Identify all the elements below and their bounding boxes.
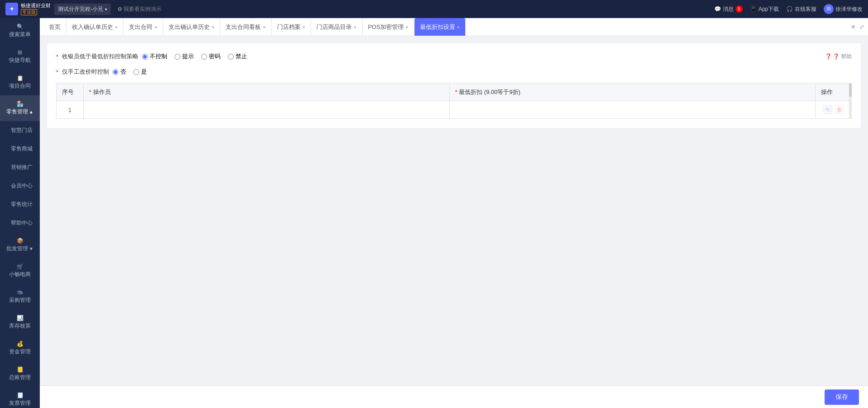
radio-yes-label: 是 xyxy=(141,68,147,76)
radio-disable[interactable]: 禁止 xyxy=(228,52,247,61)
tab-income-confirm[interactable]: 收入确认单历史 × xyxy=(66,18,123,36)
radio-hint[interactable]: 提示 xyxy=(175,52,194,61)
online-service-item[interactable]: 🎧 在线客服 xyxy=(786,5,816,13)
radio-yes-input[interactable] xyxy=(133,69,139,75)
messages-item[interactable]: 💬 消息 9 xyxy=(714,5,743,13)
settings-form-card: * 收银员低于最低折扣控制策略 不控制 提示 密码 xyxy=(47,43,861,128)
sidebar-item-quick-nav[interactable]: ⊞ 快捷导航 xyxy=(0,44,40,70)
user-profile-item[interactable]: 用 徐泽华修改 xyxy=(824,4,863,14)
radio-password-input[interactable] xyxy=(201,54,207,60)
finance-icon: 💰 xyxy=(17,341,24,347)
main-layout: 🔍 搜索菜单 ⊞ 快捷导航 📋 项目合同 🏪 零售管理 ▲ 智慧门店 零售商城 … xyxy=(0,18,868,408)
radio-no-control[interactable]: 不控制 xyxy=(142,52,167,61)
radio-password[interactable]: 密码 xyxy=(201,52,221,61)
tab-income-confirm-close[interactable]: × xyxy=(115,24,118,30)
radio-no-control-input[interactable] xyxy=(142,54,148,60)
tab-expand-icon[interactable]: ⤢ xyxy=(859,23,864,30)
radio-no[interactable]: 否 xyxy=(113,68,126,76)
sidebar-item-marketing[interactable]: 营销推广 xyxy=(0,158,40,177)
arrow-down-icon: ▼ xyxy=(29,246,33,251)
tab-store-file[interactable]: 门店档案 × xyxy=(272,18,311,36)
sidebar-item-retail-stats[interactable]: 零售统计 xyxy=(0,195,40,214)
tab-pos-pwd-close[interactable]: × xyxy=(406,24,408,30)
th-operator-label: 操作员 xyxy=(93,89,111,95)
app-download-item[interactable]: 📱 App下载 xyxy=(750,5,779,13)
demo-hint[interactable]: 我要看实例演示 xyxy=(114,5,165,13)
sidebar-item-member-center[interactable]: 会员中心 xyxy=(0,177,40,195)
tab-pos-pwd[interactable]: POS加密管理 × xyxy=(363,18,415,36)
control-strategy-radios: 不控制 提示 密码 禁止 xyxy=(142,52,247,61)
sidebar-item-project-contract[interactable]: 📋 项目合同 xyxy=(0,70,40,95)
save-button[interactable]: 保存 xyxy=(825,389,859,405)
pro-badge: 专业版 xyxy=(21,9,37,15)
tab-payment-board-close[interactable]: × xyxy=(263,24,265,30)
tab-payment-confirm-label: 支出确认单历史 xyxy=(169,23,210,31)
th-seq: 序号 xyxy=(57,84,84,101)
tab-min-discount-close[interactable]: × xyxy=(457,24,460,30)
td-min-discount[interactable] xyxy=(449,101,816,119)
sidebar-item-batch-mgmt[interactable]: 📦 批发管理 ▼ xyxy=(0,232,40,258)
help-link[interactable]: ❓ ❓ 帮助 xyxy=(825,53,852,61)
radio-disable-input[interactable] xyxy=(228,54,234,60)
radio-no-input[interactable] xyxy=(113,69,118,75)
table-scrollbar xyxy=(849,83,852,119)
messages-label: 消息 xyxy=(723,5,734,13)
sidebar-item-inventory[interactable]: 📊 库存核算 xyxy=(0,310,40,335)
user-name: 徐泽华修改 xyxy=(835,5,863,13)
tab-payment-confirm-close[interactable]: × xyxy=(212,24,214,30)
sidebar-item-search[interactable]: 🔍 搜索菜单 xyxy=(0,18,40,44)
sidebar-item-ledger[interactable]: 📒 总账管理 xyxy=(0,361,40,387)
sidebar-search-label: 搜索菜单 xyxy=(9,31,31,38)
edit-row-btn[interactable]: ✎ xyxy=(823,105,833,115)
sidebar-item-finance[interactable]: 💰 资金管理 xyxy=(0,335,40,361)
tab-store-file-close[interactable]: × xyxy=(302,24,305,30)
footer-bar: 保存 xyxy=(40,385,868,408)
tab-min-discount[interactable]: 最低折扣设置 × xyxy=(415,18,466,36)
sidebar-purchase-label: 采购管理 xyxy=(9,296,31,304)
arrow-up-icon: ▲ xyxy=(29,109,33,114)
tab-payment-board[interactable]: 支出合同看板 × xyxy=(220,18,271,36)
tab-close-all-icon[interactable]: ✕ xyxy=(851,23,856,30)
app-download-label: App下载 xyxy=(759,5,779,13)
tab-payment-contract[interactable]: 支出合同 × xyxy=(123,18,163,36)
sidebar-item-purchase-mgmt[interactable]: 🛍 采购管理 xyxy=(0,284,40,310)
tab-home[interactable]: 首页 xyxy=(43,18,66,36)
sidebar-finance-label: 资金管理 xyxy=(9,348,31,356)
delete-row-btn[interactable]: 🗑 xyxy=(835,105,844,115)
search-icon: 🔍 xyxy=(17,23,24,30)
discount-table: 序号 * 操作员 * 最低折扣 (9.00等于9折) xyxy=(56,83,852,119)
project-selector[interactable]: 测试分开完程-小兄 ▾ xyxy=(54,4,111,15)
sidebar-item-help-center[interactable]: 帮助中心 xyxy=(0,214,40,232)
message-icon: 💬 xyxy=(714,6,721,12)
sidebar-ledger-label: 总账管理 xyxy=(9,374,31,381)
radio-yes[interactable]: 是 xyxy=(133,68,147,76)
sidebar-item-retail-mgmt[interactable]: 🏪 零售管理 ▲ xyxy=(0,95,40,121)
tab-payment-contract-close[interactable]: × xyxy=(154,24,157,30)
table-row: 1 ✎ xyxy=(57,101,852,119)
tab-payment-confirm[interactable]: 支出确认单历史 × xyxy=(163,18,220,36)
radio-hint-input[interactable] xyxy=(175,54,180,60)
contract-icon: 📋 xyxy=(17,75,24,81)
tab-payment-board-label: 支出合同看板 xyxy=(226,23,261,31)
batch-icon: 📦 xyxy=(17,238,24,244)
page-content: * 收银员低于最低折扣控制策略 不控制 提示 密码 xyxy=(40,36,868,385)
grid-icon: ⊞ xyxy=(18,49,22,56)
sidebar: 🔍 搜索菜单 ⊞ 快捷导航 📋 项目合同 🏪 零售管理 ▲ 智慧门店 零售商城 … xyxy=(0,18,40,408)
content-area: 首页 收入确认单历史 × 支出合同 × 支出确认单历史 × 支出合同看板 × 门… xyxy=(40,18,868,408)
tab-store-goods[interactable]: 门店商品目录 × xyxy=(311,18,362,36)
required-star-2: * xyxy=(56,69,58,75)
sidebar-item-retail-mall[interactable]: 零售商城 xyxy=(0,140,40,158)
project-name: 测试分开完程-小兄 xyxy=(58,5,103,13)
tab-store-goods-close[interactable]: × xyxy=(354,24,356,30)
sidebar-item-smart-store[interactable]: 智慧门店 xyxy=(0,121,40,140)
min-discount-input[interactable] xyxy=(455,107,810,113)
tab-store-file-label: 门店档案 xyxy=(277,23,301,31)
sidebar-retail-stats-label: 零售统计 xyxy=(11,201,33,208)
sidebar-item-ecommerce[interactable]: 🛒 小畅电商 xyxy=(0,258,40,284)
sidebar-item-invoice-mgmt[interactable]: 🧾 发票管理 xyxy=(0,387,40,408)
tab-income-confirm-label: 收入确认单历史 xyxy=(72,23,113,31)
tab-pos-pwd-label: POS加密管理 xyxy=(368,23,404,31)
top-bar-left: ✦ 畅捷通好业财 专业版 测试分开完程-小兄 ▾ 我要看实例演示 xyxy=(5,3,165,15)
operator-input[interactable] xyxy=(89,107,444,113)
td-operator[interactable] xyxy=(84,101,450,119)
